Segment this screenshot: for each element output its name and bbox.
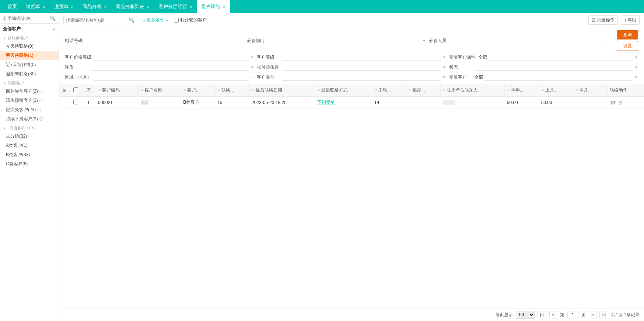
sidebar-item-class-b[interactable]: B类客户(33) <box>0 150 59 159</box>
value-customers-refresh-icon[interactable]: ↻ <box>27 126 30 131</box>
sidebar-group-value-customers[interactable]: 价值客户 ↻ ✎ <box>0 124 59 132</box>
sidebar-item-overdue[interactable]: 逾期未联络(30) <box>0 69 59 79</box>
col-no-contact-header[interactable]: ≡ 未联... <box>372 84 406 97</box>
batch-op-button[interactable]: ☑ 批量操作 <box>588 15 618 25</box>
sidebar-item-unclassified[interactable]: 未分组(32) <box>0 132 59 141</box>
filter-phone-input[interactable] <box>90 37 244 44</box>
retail-attr-value: 全部 <box>479 54 487 61</box>
col-overdue-header[interactable]: ≡ 逾期... <box>406 84 441 97</box>
filter-status: 状态 ▼ <box>449 64 638 71</box>
retail-value: 全部 <box>474 74 483 80</box>
nav-sales[interactable]: 销货单 ✕ <box>21 0 50 13</box>
col-gear-header[interactable]: ⚙ <box>59 84 70 97</box>
close-icon[interactable]: ✕ <box>223 5 225 9</box>
col-unit-contact-header[interactable]: ≡ 往来单位联系人 <box>441 84 505 97</box>
filter-payment-select[interactable] <box>282 64 441 71</box>
value-customers-edit-icon[interactable]: ✎ <box>32 126 35 131</box>
search-icon[interactable]: 🔍 <box>129 17 134 23</box>
nav-customer-segment[interactable]: 客户分层经营 ✕ <box>154 0 197 13</box>
sidebar-item-week[interactable]: 近7天待联络(0) <box>0 60 59 69</box>
col-this-year-header[interactable]: ≡ 本年... <box>505 84 539 97</box>
filter-price-level-select[interactable] <box>94 54 249 61</box>
filter-customer-level-label: 客户等级 <box>257 54 279 61</box>
filter-region-input[interactable] <box>94 74 249 81</box>
row-contacts: 15 <box>215 97 249 108</box>
col-last-contact-date-header[interactable]: ≡ 最后联络日期 <box>249 84 315 97</box>
filter-customer-level: 客户等级 ▼ <box>257 54 446 61</box>
per-page-label: 每页显示 <box>495 312 513 318</box>
filter-nature-select[interactable] <box>90 64 249 71</box>
per-page-select[interactable]: 50 100 200 <box>516 311 535 319</box>
col-checkbox-header[interactable] <box>70 84 81 97</box>
col-code-header[interactable]: ≡ 客户编码 <box>96 84 139 97</box>
nav-home[interactable]: 首页 <box>3 0 21 13</box>
first-page-button[interactable]: |< <box>538 311 546 318</box>
filter-retail-attr: 零散客户属性 全部 ▼ <box>449 54 638 61</box>
col-type-header[interactable]: ≡ 客户... <box>181 84 215 97</box>
more-dots-icon[interactable]: ··· <box>604 38 608 43</box>
col-last-month-header[interactable]: ≡ 上月... <box>539 84 573 97</box>
sidebar-search-icon[interactable]: 🔍 <box>50 15 56 21</box>
sidebar-item-lost[interactable]: 已流失客户(24) ⓘ <box>0 105 59 114</box>
col-contacts-header[interactable]: ≡ 联络... <box>215 84 249 97</box>
filter-manager-input[interactable] <box>454 37 603 44</box>
chevron-down-icon: ▼ <box>442 55 446 59</box>
col-name-header[interactable]: ≡ 客户名称 <box>139 84 181 97</box>
more-dots-icon[interactable]: ··· <box>250 75 254 80</box>
filter-icon: ▽ <box>142 18 146 23</box>
filter-actions: 查询 设置 <box>617 30 638 51</box>
my-customers-checkbox[interactable]: 我分管的客户 <box>174 17 207 23</box>
setup-button[interactable]: 设置 <box>617 41 638 51</box>
sidebar-item-repeat-abnormal[interactable]: 回购异常客户(2) ⓘ <box>0 87 59 96</box>
sidebar-group-pending-contact[interactable]: 待联络客户 <box>0 34 59 42</box>
sidebar-item-class-c[interactable]: C类客户(6) <box>0 159 59 169</box>
select-all-checkbox[interactable] <box>73 87 78 92</box>
filter-customer-level-select[interactable] <box>282 54 441 61</box>
row-checkbox[interactable] <box>70 97 81 108</box>
phone-action-icon[interactable]: ☎ <box>610 100 616 106</box>
all-customers-header[interactable]: 全部客户 « <box>0 24 59 34</box>
collapse-icon[interactable]: « <box>53 27 56 32</box>
filter-retail-select[interactable] <box>484 74 633 81</box>
filter-customer-type-select[interactable] <box>282 74 441 81</box>
filter-retail: 零散客户 全部 ▼ <box>449 74 638 81</box>
filter-dept-select[interactable] <box>272 37 421 44</box>
close-icon[interactable]: ✕ <box>147 5 150 9</box>
search-input[interactable] <box>66 18 129 23</box>
filter-customer-type: 客户类型 ▼ <box>257 74 446 81</box>
close-icon[interactable]: ✕ <box>42 5 45 9</box>
col-contact-action-header[interactable]: 联络动作 <box>608 84 644 97</box>
sidebar-item-lost-risk[interactable]: 流失预警客户(3) ⓘ <box>0 96 59 105</box>
sidebar-item-tomorrow[interactable]: 明天待联络(1) <box>0 51 59 60</box>
more-filter-button[interactable]: ▽ 更多条件 ▲ <box>140 16 171 24</box>
filter-status-select[interactable] <box>474 64 633 71</box>
close-icon[interactable]: ✕ <box>104 5 107 9</box>
sidebar-item-declining[interactable]: 持续下滑客户(2) ⓘ <box>0 114 59 124</box>
col-no-header[interactable]: 序 <box>81 84 96 97</box>
nav-analysis-list[interactable]: 商品分析列表 ✕ <box>111 0 154 13</box>
filter-retail-attr-select[interactable] <box>489 54 633 61</box>
close-icon[interactable]: ✕ <box>189 5 192 9</box>
filter-retail-label: 零散客户 <box>449 74 471 80</box>
export-button[interactable]: ↑ 导出 <box>621 15 640 25</box>
my-customers-check[interactable] <box>174 18 179 23</box>
grid-action-icon[interactable]: ⊞ <box>618 100 623 106</box>
nav-customer-contact[interactable]: 客户联络 ✕ <box>197 0 230 13</box>
nav-analysis[interactable]: 商品分析 ✕ <box>78 0 111 13</box>
query-button[interactable]: 查询 <box>617 30 638 39</box>
col-last-contact-method-header[interactable]: ≡ 最后联络方式 <box>315 84 372 97</box>
sidebar-item-today[interactable]: 今天待联络(0) <box>0 42 59 51</box>
nav-purchase[interactable]: 进货单 ✕ <box>50 0 78 13</box>
last-page-button[interactable]: >| <box>599 311 608 318</box>
filter-dept-label: 分管部门 <box>247 38 269 44</box>
sidebar-group-problem-customers[interactable]: 问题客户 <box>0 79 59 87</box>
close-icon[interactable]: ✕ <box>71 5 74 9</box>
col-this-month-header[interactable]: ≡ 本月... <box>573 84 608 97</box>
filter-row-1: 电话号码 分管部门 ▼ 分管人员 ··· 查询 设置 <box>65 30 638 51</box>
row-contact-action: ☎ ⊞ <box>608 97 644 108</box>
sidebar-item-class-a[interactable]: A类客户(1) <box>0 141 59 150</box>
next-page-button[interactable]: > <box>589 311 596 318</box>
sidebar-search-input[interactable] <box>3 16 50 21</box>
prev-page-button[interactable]: < <box>549 311 557 318</box>
page-input[interactable] <box>567 311 578 318</box>
